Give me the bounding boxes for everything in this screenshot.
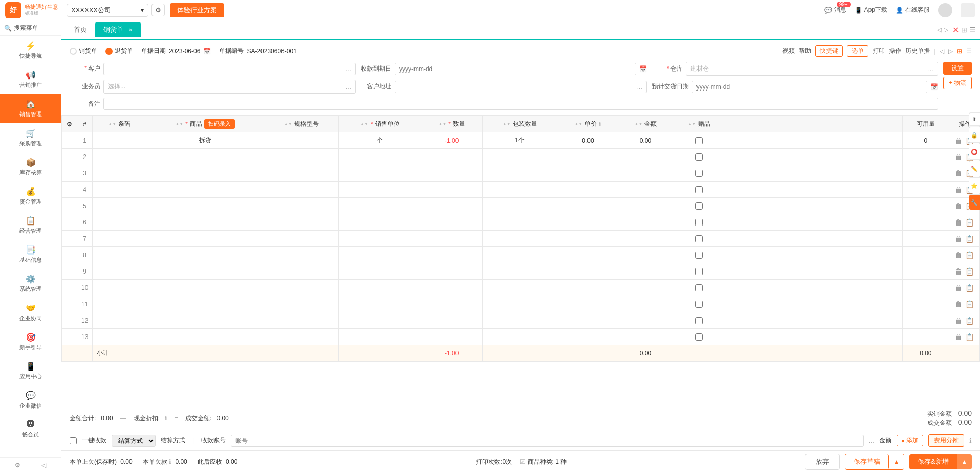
td-spec-12[interactable] [264,329,339,345]
layout-toggle-icon[interactable]: ⊞ [961,26,967,34]
td-pkg-qty-10[interactable] [483,296,557,312]
user-menu-button[interactable] [961,3,975,17]
float-btn-2[interactable]: ⭕ [969,144,980,160]
tab-sales-order[interactable]: 销货单 ✕ [95,22,141,37]
delete-icon-4[interactable]: 🗑 [955,202,962,210]
td-unit-5[interactable] [339,214,421,231]
td-unit-8[interactable] [339,263,421,280]
video-button[interactable]: 视频 [782,47,795,55]
message-button[interactable]: 💬 消息 99+ [824,6,846,14]
td-barcode-3[interactable] [93,182,146,198]
td-unit-price-8[interactable] [557,263,619,280]
copy-icon-7[interactable]: 📋 [965,251,974,259]
td-spec-2[interactable] [264,165,339,182]
td-product-8[interactable] [146,263,264,280]
salesman-input[interactable]: 选择... ... [103,80,356,94]
td-pkg-qty-7[interactable] [483,247,557,263]
td-unit-price-5[interactable] [557,214,619,231]
settings-gear-button[interactable]: ⚙ [151,4,165,16]
td-qty-0[interactable]: -1.00 [421,132,483,149]
td-product-7[interactable] [146,247,264,263]
td-pkg-qty-12[interactable] [483,329,557,345]
sidebar-item-marketing[interactable]: 📢 营销推广 [0,65,61,94]
td-spec-3[interactable] [264,182,339,198]
td-unit-price-0[interactable]: 0.00 [557,132,619,149]
collapse-icon[interactable]: ◁ [41,462,46,469]
online-service-button[interactable]: 👤 在线客服 [896,6,930,14]
td-gift-9[interactable] [672,280,726,296]
help-button[interactable]: 帮助 [799,47,811,55]
td-qty-12[interactable] [421,329,483,345]
td-product-3[interactable] [146,182,264,198]
sidebar-item-inventory[interactable]: 📦 库存核算 [0,152,61,182]
td-spec-7[interactable] [264,247,339,263]
gift-checkbox-6[interactable] [695,235,703,242]
td-barcode-1[interactable] [93,149,146,165]
tab-nav-next-icon[interactable]: ▷ [944,26,948,33]
copy-icon-9[interactable]: 📋 [965,284,974,292]
td-unit-0[interactable]: 个 [339,132,421,149]
sidebar-item-sales[interactable]: 🏠 销售管理 [0,94,61,123]
td-barcode-7[interactable] [93,247,146,263]
td-product-6[interactable] [146,231,264,247]
copy-icon-11[interactable]: 📋 [965,317,974,325]
sidebar-item-apps[interactable]: 📱 应用中心 [0,356,61,386]
copy-icon-8[interactable]: 📋 [965,267,974,276]
company-selector[interactable]: XXXXXX公司 ▾ [67,4,148,17]
td-amount-3[interactable] [619,182,672,198]
history-button[interactable]: 历史单据 [905,47,930,55]
save-draft-dropdown-icon[interactable]: ▲ [889,454,904,469]
delete-icon-11[interactable]: 🗑 [955,317,962,325]
td-unit-11[interactable] [339,312,421,329]
delete-icon-8[interactable]: 🗑 [955,267,962,276]
list-view-icon[interactable]: ☰ [966,48,972,55]
select-button[interactable]: 选单 [847,45,868,57]
add-payment-button[interactable]: ● 添加 [897,435,923,446]
gift-checkbox-2[interactable] [695,170,703,177]
nav-next-icon[interactable]: ▷ [948,48,953,55]
td-spec-1[interactable] [264,149,339,165]
td-gift-1[interactable] [672,149,726,165]
delete-icon-10[interactable]: 🗑 [955,300,962,308]
td-unit-price-3[interactable] [557,182,619,198]
sidebar-item-guide[interactable]: 🎯 新手引导 [0,327,61,356]
td-amount-8[interactable] [619,263,672,280]
close-all-tabs-icon[interactable]: ✕ [952,25,959,35]
td-unit-price-9[interactable] [557,280,619,296]
trial-button[interactable]: 体验行业方案 [170,3,224,17]
tab-nav-prev-icon[interactable]: ◁ [937,26,942,33]
td-product-11[interactable] [146,312,264,329]
scan-button[interactable]: 扫码录入 [204,119,235,129]
td-amount-5[interactable] [619,214,672,231]
expected-date-input[interactable] [692,81,927,93]
gift-checkbox-0[interactable] [695,137,703,144]
td-product-9[interactable] [146,280,264,296]
td-qty-2[interactable] [421,165,483,182]
td-unit-7[interactable] [339,247,421,263]
td-gift-0[interactable] [672,132,726,149]
sidebar-item-purchase[interactable]: 🛒 采购管理 [0,123,61,152]
abandon-button[interactable]: 放弃 [805,454,840,470]
td-amount-6[interactable] [619,231,672,247]
td-barcode-9[interactable] [93,280,146,296]
copy-icon-6[interactable]: 📋 [965,235,974,243]
nav-prev-icon[interactable]: ◁ [940,48,944,55]
td-unit-2[interactable] [339,165,421,182]
td-spec-8[interactable] [264,263,339,280]
td-qty-10[interactable] [421,296,483,312]
save-draft-button[interactable]: 保存草稿 [845,454,889,469]
td-spec-4[interactable] [264,198,339,214]
sidebar-item-quicknav[interactable]: ⚡ 快捷导航 [0,36,61,65]
gift-checkbox-8[interactable] [695,268,703,275]
td-qty-5[interactable] [421,214,483,231]
payment-method-select[interactable]: 结算方式 [112,435,156,447]
delete-icon-9[interactable]: 🗑 [955,284,962,292]
save-new-dropdown-icon[interactable]: ▲ [957,454,972,469]
td-amount-4[interactable] [619,198,672,214]
payment-date-input[interactable] [395,63,636,75]
td-barcode-11[interactable] [93,312,146,329]
td-amount-10[interactable] [619,296,672,312]
shortcut-button[interactable]: 快捷键 [815,45,843,57]
td-amount-12[interactable] [619,329,672,345]
td-product-2[interactable] [146,165,264,182]
